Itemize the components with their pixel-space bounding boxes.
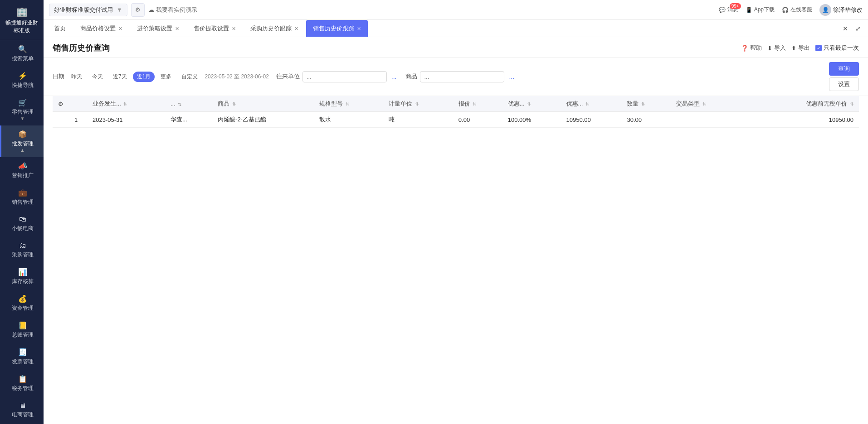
maximize-window-button[interactable]: ⤢ [852,22,864,35]
tab-sales-history-close[interactable]: ✕ [357,26,361,32]
sidebar-item-label: 电商管理 [12,411,34,419]
sort-icon: ⇅ [850,101,853,106]
th-trade-type[interactable]: 交易类型 ⇅ [671,96,740,112]
th-more1[interactable]: ... ⇅ [165,96,212,112]
demo-button[interactable]: ☁ 我要看实例演示 [148,6,197,14]
sidebar-item-ecommerce[interactable]: 🖥 电商管理 [0,397,44,423]
online-service-button[interactable]: 🎧 在线客服 [782,6,812,14]
workspace-settings-button[interactable]: ⚙ [131,3,145,17]
product-input[interactable] [420,71,504,82]
tab-purchase-history[interactable]: 采购历史价跟踪 ✕ [244,20,305,37]
sidebar-item-ledger[interactable]: 📒 总账管理 [0,317,44,343]
sidebar-item-label: 采购管理 [12,251,34,259]
tab-home-label: 首页 [54,24,66,33]
th-product[interactable]: 商品 ⇅ [212,96,314,112]
close-icon: ✕ [843,25,848,32]
user-info[interactable]: 👤 徐泽华修改 [819,4,863,16]
tax-icon: 📋 [18,375,27,383]
sort-icon: ⇅ [585,101,589,106]
th-quantity-label: 数量 [627,100,639,107]
date-btn-today[interactable]: 今天 [88,72,107,82]
table-header-row: ⚙ 业务发生... ⇅ ... ⇅ 商品 ⇅ [53,96,859,112]
sort-icon: ⇅ [527,101,531,106]
sidebar-item-wholesale[interactable]: 📦 批发管理 ▲ [0,125,44,157]
settings-button[interactable]: 设置 [829,77,859,91]
sidebar-item-shortcut[interactable]: ⚡ 快捷导航 [0,67,44,94]
date-filter-label: 日期 [53,72,64,81]
th-discount1-label: 优惠... [508,100,525,107]
sidebar-item-label: 税务管理 [12,385,34,392]
date-btn-yesterday[interactable]: 昨天 [67,72,86,82]
date-filter-group: 日期 昨天 今天 近7天 近1月 更多 自定义 2023-05-02 至 202… [53,72,269,82]
sidebar-item-tax[interactable]: 📋 税务管理 [0,370,44,397]
purchase-icon: 🗂 [19,241,26,250]
tab-purchase-strategy-label: 进价策略设置 [137,24,172,33]
close-window-button[interactable]: ✕ [839,22,852,35]
th-quantity[interactable]: 数量 ⇅ [621,96,671,112]
sidebar-item-sales[interactable]: 💼 销售管理 [0,184,44,211]
th-business-date[interactable]: 业务发生... ⇅ [87,96,165,112]
tab-product-price[interactable]: 商品价格设置 ✕ [73,20,129,37]
online-service-icon: 🎧 [782,7,789,13]
sidebar-item-label: 零售管理 [12,108,34,116]
table-settings-icon[interactable]: ⚙ [58,101,63,107]
sidebar-item-label: 快捷导航 [12,82,34,89]
date-btn-custom[interactable]: 自定义 [177,72,202,82]
import-button[interactable]: ⬇ 导入 [767,44,786,52]
content-area: 销售历史价查询 ❓ 帮助 ⬇ 导入 ⬆ 导出 ✓ 只看最后一次 [44,37,868,424]
product-more-button[interactable]: ... [507,73,516,80]
logo-sub: 标准版 [14,27,30,34]
supplier-more-button[interactable]: ... [390,73,399,80]
shortcut-icon: ⚡ [18,72,27,80]
th-unit[interactable]: 计量单位 ⇅ [383,96,453,112]
tab-sales-history[interactable]: 销售历史价跟踪 ✕ [306,20,368,37]
tab-sale-price-close[interactable]: ✕ [232,26,236,32]
sidebar-item-invoice[interactable]: 🧾 发票管理 [0,343,44,370]
import-icon: ⬇ [767,45,772,52]
sidebar-item-finance[interactable]: 💰 资金管理 [0,290,44,317]
supplier-input[interactable] [302,71,387,82]
sales-icon: 💼 [18,188,27,197]
tab-product-price-close[interactable]: ✕ [118,26,122,32]
retail-icon: 🛒 [18,98,27,107]
tab-purchase-history-close[interactable]: ✕ [294,26,298,32]
sidebar-item-retail[interactable]: 🛒 零售管理 ▼ [0,94,44,125]
tab-purchase-strategy[interactable]: 进价策略设置 ✕ [130,20,186,37]
th-unit-label: 计量单位 [389,100,412,107]
tab-purchase-strategy-close[interactable]: ✕ [175,26,179,32]
top-bar-left: 好业财标准版交付试用 ▼ ⚙ ☁ 我要看实例演示 [49,3,713,17]
th-product-label: 商品 [218,100,229,107]
sidebar-item-purchase[interactable]: 🗂 采购管理 [0,237,44,263]
tab-sale-price[interactable]: 售价提取设置 ✕ [187,20,243,37]
date-btn-1month[interactable]: 近1月 [133,72,155,82]
th-discount1[interactable]: 优惠... ⇅ [502,96,561,112]
tab-home[interactable]: 首页 [47,20,73,37]
query-button[interactable]: 查询 [829,62,859,76]
only-last-checkbox[interactable]: ✓ 只看最后一次 [815,44,859,52]
export-button[interactable]: ⬆ 导出 [791,44,810,52]
sidebar-item-label: 资金管理 [12,304,34,312]
product-filter-group: 商品 ... [405,71,516,82]
help-button[interactable]: ❓ 帮助 [741,44,762,52]
workspace-selector[interactable]: 好业财标准版交付试用 ▼ [49,4,127,16]
th-discount2-label: 优惠... [566,100,583,107]
sidebar-item-search[interactable]: 🔍 搜索菜单 [0,40,44,67]
message-button[interactable]: 💬 消息 99+ [719,6,738,14]
th-pretax-price[interactable]: 优惠前无税单价 ⇅ [759,96,859,112]
th-spec[interactable]: 规格型号 ⇅ [314,96,383,112]
app-download-button[interactable]: 📱 App下载 [746,6,775,14]
th-discount2[interactable]: 优惠... ⇅ [561,96,622,112]
td-spacer [741,112,759,128]
invoice-icon: 🧾 [18,348,27,357]
help-label: 帮助 [750,44,762,52]
sidebar-item-marketing[interactable]: 📣 营销推广 [0,157,44,184]
maximize-icon: ⤢ [855,25,861,32]
sidebar-item-ecommerce-small[interactable]: 🛍 小畅电商 [0,211,44,237]
sidebar-item-label: 发票管理 [12,358,34,366]
sort-icon: ⇅ [473,101,476,106]
sidebar-item-inventory[interactable]: 📊 库存核算 [0,263,44,290]
date-btn-more[interactable]: 更多 [156,72,176,82]
date-btn-7days[interactable]: 近7天 [109,72,131,82]
sort-icon: ⇅ [702,101,706,106]
th-price[interactable]: 报价 ⇅ [453,96,502,112]
